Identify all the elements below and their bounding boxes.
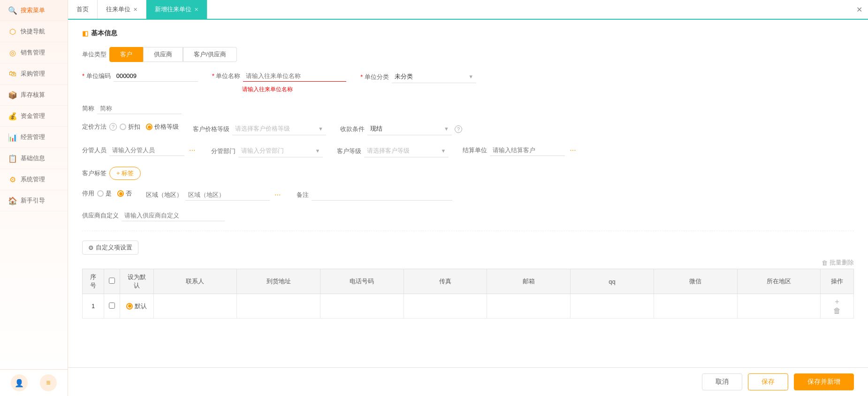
- row-pricing: 定价方法 ? 折扣 价格等级 客户价格等级 请选择客户价格等级: [82, 123, 854, 135]
- sidebar: 🔍 搜索菜单 ⬡ 快捷导航 ◎ 销售管理 🛍 采购管理 📦 库存核算 💰 资金管…: [0, 0, 68, 396]
- btn-both[interactable]: 客户/供应商: [183, 47, 237, 62]
- department-select[interactable]: 请输入分管部门 ▼: [238, 145, 323, 157]
- unit-name-input[interactable]: [243, 70, 346, 82]
- operations-icon: 📊: [8, 133, 17, 141]
- save-new-button[interactable]: 保存并新增: [794, 373, 854, 390]
- email-input[interactable]: [492, 303, 565, 310]
- customer-level-label: 客户等级: [337, 147, 361, 155]
- unit-type-row: 单位类型 客户 供应商 客户/供应商: [82, 47, 854, 62]
- sidebar-item-search[interactable]: 🔍 搜索菜单: [0, 0, 68, 21]
- col-region: 所在地区: [737, 269, 821, 294]
- row-add-btn[interactable]: ＋: [831, 297, 843, 307]
- tab-home[interactable]: 首页: [68, 0, 98, 19]
- radio-price-level[interactable]: 价格等级: [146, 123, 179, 131]
- batch-delete-btn[interactable]: 🗑 批量删除: [822, 258, 854, 267]
- custom-settings-icon: ⚙: [88, 244, 94, 251]
- sidebar-item-operations[interactable]: 📊 经营管理: [0, 127, 68, 148]
- fax-input[interactable]: [409, 303, 482, 310]
- remarks-input[interactable]: [312, 189, 452, 201]
- sidebar-item-purchase[interactable]: 🛍 采购管理: [0, 63, 68, 85]
- select-all-checkbox[interactable]: [109, 278, 115, 284]
- customer-price-level-select[interactable]: 请选择客户价格等级 ▼: [232, 123, 326, 135]
- cell-qq[interactable]: [571, 294, 654, 318]
- save-button[interactable]: 保存: [748, 373, 788, 390]
- tab-partner-list[interactable]: 往来单位 ✕: [98, 0, 146, 19]
- custom-settings-btn[interactable]: ⚙ 自定义项设置: [82, 241, 138, 255]
- settings-btn[interactable]: ≡: [40, 374, 57, 391]
- region-cell-input[interactable]: [742, 303, 816, 310]
- phone-input[interactable]: [325, 303, 399, 310]
- close-all-tabs-btn[interactable]: ✕: [851, 0, 868, 19]
- sidebar-item-quicknav[interactable]: ⬡ 快捷导航: [0, 21, 68, 42]
- wechat-input[interactable]: [659, 303, 732, 310]
- tab-new-partner-label: 新增往来单位: [155, 5, 191, 14]
- sidebar-item-sales[interactable]: ◎ 销售管理: [0, 42, 68, 63]
- cell-address[interactable]: [237, 294, 320, 318]
- settlement-unit-dots[interactable]: ···: [568, 146, 578, 155]
- department-field: 分管部门 请输入分管部门 ▼: [211, 145, 323, 157]
- row-supplier-custom: 供应商自定义: [82, 210, 854, 221]
- sidebar-item-basicinfo[interactable]: 📋 基础信息: [0, 148, 68, 169]
- region-input[interactable]: [185, 189, 270, 201]
- batch-delete-label: 批量删除: [830, 258, 854, 267]
- radio-no-circle: [117, 190, 124, 197]
- tab-bar: 首页 往来单位 ✕ 新增往来单位 ✕ ✕: [68, 0, 868, 20]
- unit-category-chevron: ▼: [468, 74, 473, 79]
- section-basic-info: ◧ 基本信息: [82, 29, 854, 38]
- customer-price-level-label: 客户价格等级: [193, 125, 229, 133]
- radio-discount[interactable]: 折扣: [120, 123, 140, 131]
- sidebar-item-label: 快捷导航: [21, 27, 45, 36]
- cell-region[interactable]: [737, 294, 821, 318]
- row-default-radio[interactable]: 默认: [125, 302, 148, 311]
- row-checkbox[interactable]: [109, 303, 115, 309]
- customer-level-field: 客户等级 请选择客户等级 ▼: [337, 145, 449, 157]
- customer-level-select[interactable]: 请选择客户等级 ▼: [364, 145, 449, 157]
- user-avatar-btn[interactable]: 👤: [11, 374, 28, 391]
- tab-new-partner-close[interactable]: ✕: [194, 7, 198, 13]
- cell-phone[interactable]: [320, 294, 404, 318]
- sidebar-item-sysmgmt[interactable]: ⚙ 系统管理: [0, 169, 68, 190]
- pricing-info-icon[interactable]: ?: [109, 123, 117, 131]
- row-disabled-region: 停用 是 否 区域（地区） ··· 备注: [82, 189, 854, 201]
- payment-terms-select[interactable]: 现结 ▼: [367, 123, 452, 135]
- table-row: 1 默认: [83, 294, 854, 318]
- manager-input[interactable]: [109, 145, 184, 156]
- cell-email[interactable]: [487, 294, 571, 318]
- sidebar-item-label: 资金管理: [21, 112, 45, 120]
- col-no: 序号: [83, 269, 104, 294]
- cell-contact[interactable]: [153, 294, 237, 318]
- radio-yes-label: 是: [106, 189, 112, 198]
- region-dots[interactable]: ···: [273, 191, 282, 199]
- col-qq: qq: [571, 269, 654, 294]
- sidebar-item-capital[interactable]: 💰 资金管理: [0, 106, 68, 127]
- contact-input[interactable]: [159, 303, 232, 310]
- btn-customer[interactable]: 客户: [109, 47, 143, 62]
- radio-yes[interactable]: 是: [97, 189, 112, 198]
- supplier-custom-input[interactable]: [122, 210, 225, 221]
- sidebar-item-inventory[interactable]: 📦 库存核算: [0, 85, 68, 106]
- radio-discount-circle: [120, 124, 126, 130]
- row-code-name-category: 单位编码 单位名称 请输入往来单位名称 单位分类 未分类 ▼: [82, 70, 854, 93]
- short-name-input[interactable]: [97, 103, 182, 114]
- tab-partner-list-close[interactable]: ✕: [133, 7, 137, 13]
- unit-code-input[interactable]: [114, 70, 198, 82]
- sidebar-item-newguide[interactable]: 🏠 新手引导: [0, 190, 68, 211]
- sidebar-item-label: 搜索菜单: [21, 6, 45, 15]
- unit-category-select[interactable]: 未分类 ▼: [392, 70, 476, 83]
- radio-no[interactable]: 否: [117, 189, 132, 198]
- btn-supplier[interactable]: 供应商: [143, 47, 183, 62]
- tab-new-partner[interactable]: 新增往来单位 ✕: [146, 0, 207, 19]
- cell-check: [104, 294, 120, 318]
- add-tag-btn[interactable]: + 标签: [109, 167, 141, 180]
- settlement-unit-input[interactable]: [490, 145, 565, 156]
- radio-discount-label: 折扣: [128, 123, 140, 131]
- qq-input[interactable]: [575, 303, 649, 310]
- address-input[interactable]: [242, 303, 315, 310]
- cell-fax[interactable]: [404, 294, 487, 318]
- payment-terms-info[interactable]: ?: [455, 125, 462, 133]
- manager-dots-btn[interactable]: ···: [187, 146, 197, 155]
- row-del-btn[interactable]: 🗑: [831, 307, 843, 315]
- cell-wechat[interactable]: [654, 294, 737, 318]
- cancel-button[interactable]: 取消: [702, 373, 742, 390]
- sales-icon: ◎: [8, 48, 17, 57]
